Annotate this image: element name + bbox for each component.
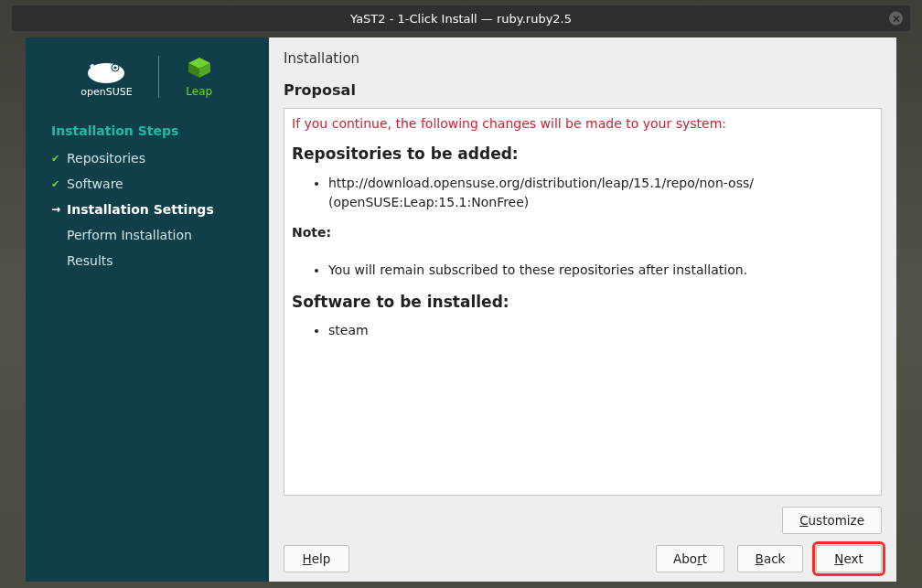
next-button[interactable]: Next [816, 545, 882, 572]
abort-button[interactable]: Abort [656, 545, 724, 572]
page-subtitle: Proposal [284, 81, 882, 99]
sidebar-step-4[interactable]: Results [26, 248, 269, 273]
back-button[interactable]: Back [737, 545, 803, 572]
note-list: You will remain subscribed to these repo… [292, 261, 874, 280]
close-icon[interactable] [889, 12, 903, 26]
note-item-0: You will remain subscribed to these repo… [328, 261, 874, 280]
customize-button[interactable]: Customize [782, 507, 882, 534]
steps-heading: Installation Steps [26, 123, 269, 145]
sidebar-step-1[interactable]: Software [26, 171, 269, 197]
sidebar-logos: openSUSE Leap [26, 50, 269, 103]
main-panel: Installation Proposal If you continue, t… [269, 37, 896, 582]
leap-label: Leap [186, 85, 212, 98]
page-title: Installation [284, 50, 882, 67]
software-heading: Software to be installed: [292, 291, 874, 315]
software-item-0: steam [328, 321, 874, 340]
logo-divider [158, 56, 159, 98]
sidebar-step-3[interactable]: Perform Installation [26, 222, 269, 248]
proposal-box[interactable]: If you continue, the following changes w… [284, 108, 882, 496]
repo-item-0: http://download.opensuse.org/distributio… [328, 174, 874, 212]
sidebar-step-2[interactable]: Installation Settings [26, 197, 269, 222]
repos-heading: Repositories to be added: [292, 143, 874, 166]
software-list: steam [292, 321, 874, 340]
opensuse-logo: openSUSE [80, 57, 132, 98]
opensuse-label: openSUSE [80, 86, 132, 98]
repos-list: http://download.opensuse.org/distributio… [292, 174, 874, 212]
warning-text: If you continue, the following changes w… [292, 114, 874, 134]
help-button[interactable]: Help [284, 545, 349, 572]
leap-logo: Leap [185, 56, 214, 98]
window-title: YaST2 - 1-Click Install — ruby.ruby2.5 [350, 12, 572, 26]
window-titlebar: YaST2 - 1-Click Install — ruby.ruby2.5 [12, 5, 910, 31]
sidebar-step-0[interactable]: Repositories [26, 145, 269, 171]
svg-point-2 [114, 66, 117, 69]
note-label: Note: [292, 223, 874, 242]
sidebar: openSUSE Leap Installation Steps Reposit… [26, 37, 269, 582]
